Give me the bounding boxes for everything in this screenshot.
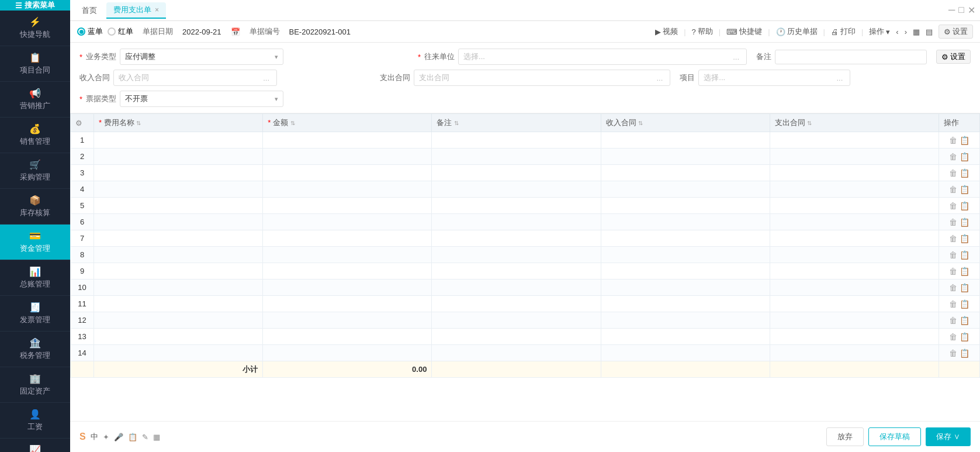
- name-cell[interactable]: [94, 296, 263, 312]
- name-cell[interactable]: [94, 312, 263, 329]
- name-input[interactable]: [99, 185, 258, 194]
- red-bill-radio[interactable]: 红单: [108, 26, 133, 37]
- expense-contract-select[interactable]: 支出合同 ...: [414, 70, 671, 86]
- amount-cell[interactable]: [263, 132, 432, 149]
- name-cell[interactable]: [94, 345, 263, 361]
- remark-cell[interactable]: [432, 132, 601, 149]
- name-cell[interactable]: [94, 198, 263, 214]
- amount-input[interactable]: [268, 234, 427, 243]
- grid1-btn[interactable]: ▦: [913, 27, 920, 36]
- copy-icon[interactable]: 📋: [960, 267, 969, 276]
- col-expense-header[interactable]: 支出合同 ⇅: [770, 114, 939, 132]
- dots-icon3[interactable]: ...: [655, 74, 666, 82]
- expense-contract-cell[interactable]: [770, 329, 939, 345]
- name-cell[interactable]: [94, 181, 263, 198]
- row-remark-input[interactable]: [437, 185, 595, 194]
- sidebar-item-sales[interactable]: 💰 销售管理: [0, 118, 70, 153]
- row-expense-input[interactable]: [775, 168, 934, 177]
- remark-cell[interactable]: [432, 312, 601, 329]
- delete-icon[interactable]: 🗑: [949, 283, 957, 292]
- row-expense-input[interactable]: [775, 136, 934, 144]
- print-btn[interactable]: 🖨 打印: [831, 26, 856, 37]
- row-remark-input[interactable]: [437, 299, 595, 308]
- row-expense-input[interactable]: [775, 185, 934, 194]
- expense-contract-cell[interactable]: [770, 181, 939, 198]
- window-maximize-btn[interactable]: □: [958, 5, 964, 16]
- income-contract-cell[interactable]: [601, 165, 770, 181]
- sidebar-item-tax[interactable]: 🏦 税务管理: [0, 332, 70, 367]
- amount-input[interactable]: [268, 349, 427, 357]
- clipboard-icon[interactable]: 📋: [128, 433, 137, 441]
- expense-contract-cell[interactable]: [770, 247, 939, 263]
- row-expense-input[interactable]: [775, 349, 934, 357]
- sort-income-icon[interactable]: ⇅: [638, 120, 643, 126]
- income-contract-cell[interactable]: [601, 263, 770, 280]
- copy-icon[interactable]: 📋: [960, 332, 969, 341]
- table-icon[interactable]: ▦: [153, 433, 160, 441]
- delete-icon[interactable]: 🗑: [949, 349, 957, 358]
- expense-contract-cell[interactable]: [770, 214, 939, 230]
- copy-icon[interactable]: 📋: [960, 234, 969, 243]
- row-income-input[interactable]: [606, 185, 765, 194]
- remark-cell[interactable]: [432, 149, 601, 165]
- blue-bill-radio[interactable]: 蓝单: [77, 26, 103, 37]
- window-minimize-btn[interactable]: ─: [948, 5, 955, 16]
- income-contract-cell[interactable]: [601, 296, 770, 312]
- name-cell[interactable]: [94, 132, 263, 149]
- sidebar-item-project[interactable]: 📋 项目合同: [0, 46, 70, 82]
- copy-icon[interactable]: 📋: [960, 185, 969, 194]
- row-income-input[interactable]: [606, 349, 765, 357]
- delete-icon[interactable]: 🗑: [949, 299, 957, 309]
- sort-name-icon[interactable]: ⇅: [136, 120, 141, 126]
- name-cell[interactable]: [94, 247, 263, 263]
- income-contract-cell[interactable]: [601, 198, 770, 214]
- name-input[interactable]: [99, 283, 258, 292]
- expense-contract-cell[interactable]: [770, 345, 939, 361]
- remark-cell[interactable]: [432, 280, 601, 296]
- sidebar-item-assets[interactable]: 🏢 固定资产: [0, 367, 70, 403]
- remark-cell[interactable]: [432, 230, 601, 247]
- sidebar-item-purchase[interactable]: 🛒 采购管理: [0, 153, 70, 189]
- tab-expense[interactable]: 费用支出单 ×: [106, 2, 166, 19]
- amount-cell[interactable]: [263, 230, 432, 247]
- delete-icon[interactable]: 🗑: [949, 152, 957, 161]
- remark-cell[interactable]: [432, 181, 601, 198]
- name-cell[interactable]: [94, 214, 263, 230]
- row-remark-input[interactable]: [437, 283, 595, 292]
- amount-input[interactable]: [268, 168, 427, 177]
- amount-input[interactable]: [268, 185, 427, 194]
- sidebar-item-payroll[interactable]: 👤 工资: [0, 403, 70, 439]
- amount-cell[interactable]: [263, 165, 432, 181]
- copy-icon[interactable]: 📋: [960, 283, 969, 292]
- delete-icon[interactable]: 🗑: [949, 185, 957, 194]
- remark-cell[interactable]: [432, 165, 601, 181]
- name-input[interactable]: [99, 332, 258, 341]
- col-name-header[interactable]: * 费用名称 ⇅: [94, 114, 263, 132]
- form-settings-btn[interactable]: ⚙ 设置: [936, 50, 971, 64]
- tab-home[interactable]: 首页: [75, 3, 104, 18]
- window-close-btn[interactable]: ✕: [968, 5, 975, 16]
- amount-cell[interactable]: [263, 247, 432, 263]
- amount-cell[interactable]: [263, 181, 432, 198]
- expense-contract-cell[interactable]: [770, 165, 939, 181]
- expense-contract-cell[interactable]: [770, 312, 939, 329]
- remark-cell[interactable]: [432, 329, 601, 345]
- remark-cell[interactable]: [432, 296, 601, 312]
- amount-cell[interactable]: [263, 345, 432, 361]
- row-income-input[interactable]: [606, 267, 765, 275]
- amount-cell[interactable]: [263, 198, 432, 214]
- name-input[interactable]: [99, 218, 258, 226]
- row-income-input[interactable]: [606, 234, 765, 243]
- sidebar-item-capital[interactable]: 💳 资金管理: [0, 225, 70, 260]
- row-remark-input[interactable]: [437, 332, 595, 341]
- history-btn[interactable]: 🕐 历史单据: [776, 26, 818, 37]
- next-btn[interactable]: ›: [905, 27, 907, 36]
- col-amount-header[interactable]: * 金额 ⇅: [263, 114, 432, 132]
- copy-icon[interactable]: 📋: [960, 349, 969, 358]
- amount-input[interactable]: [268, 152, 427, 161]
- settings-btn[interactable]: ⚙ 设置: [939, 25, 973, 39]
- dots-icon4[interactable]: ...: [834, 74, 846, 82]
- amount-cell[interactable]: [263, 312, 432, 329]
- copy-icon[interactable]: 📋: [960, 299, 969, 309]
- expense-contract-cell[interactable]: [770, 149, 939, 165]
